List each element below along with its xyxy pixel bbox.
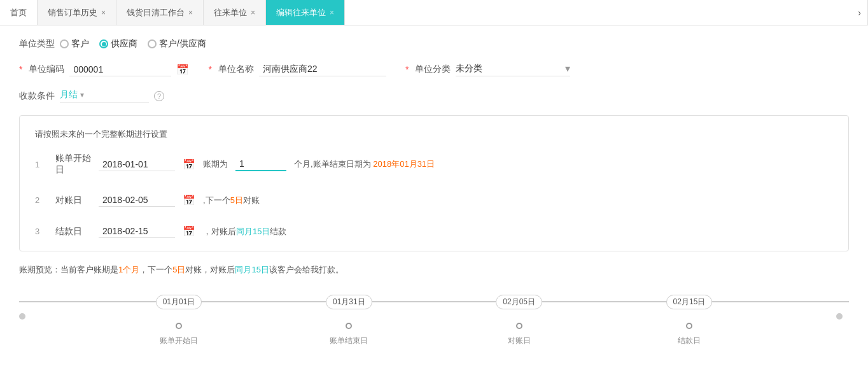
period-num-2: 2 <box>35 195 48 205</box>
timeline-dot-3 <box>686 323 692 329</box>
unit-name-group: * 单位名称 <box>208 63 386 76</box>
timeline-label-0: 账单开始日 <box>160 335 198 346</box>
payment-terms-dropdown[interactable]: 月结 ▾ <box>60 89 149 102</box>
tab-edit-contact[interactable]: 编辑往来单位 × <box>266 0 345 25</box>
tab-sales-history-close[interactable]: × <box>101 8 106 17</box>
tab-cashflow[interactable]: 钱货日清工作台 × <box>116 0 204 25</box>
period-num-3: 3 <box>35 227 48 236</box>
unit-name-required: * <box>208 64 211 74</box>
timeline-date-2: 02月05日 <box>496 295 542 309</box>
unit-code-calendar-icon[interactable]: 📅 <box>176 64 189 76</box>
timeline-point-3: 02月15日 结款日 <box>666 295 713 346</box>
tab-expand-button[interactable]: › <box>851 0 868 25</box>
payment-terms-help-icon[interactable]: ? <box>154 91 164 101</box>
period-row-3: 3 结款日 📅 ，对账后同月15日结款 <box>35 225 833 238</box>
period-reconcile-date-input[interactable] <box>99 194 175 207</box>
period-label-2: 对账日 <box>55 195 91 206</box>
timeline-point-2: 02月05日 对账日 <box>496 295 542 346</box>
unit-category-dropdown[interactable]: 未分类 ▾ <box>456 62 570 76</box>
radio-supplier[interactable]: 供应商 <box>99 38 137 50</box>
period-end-date-highlight: 2018年01月31日 <box>373 159 435 169</box>
timeline-dot-1 <box>346 323 352 329</box>
period-months-suffix: 个月,账单结束日期为 2018年01月31日 <box>294 158 435 170</box>
unit-type-label: 单位类型 <box>19 38 55 50</box>
timeline-date-3: 02月15日 <box>666 295 713 309</box>
period-payment-highlight: 同月15日 <box>236 227 270 236</box>
main-content: 单位类型 客户 供应商 客户/供应商 * 单位编码 <box>0 25 868 387</box>
unit-type-radio-group: 客户 供应商 客户/供应商 <box>60 38 206 50</box>
timeline: 01月01日 账单开始日 01月31日 账单结束日 02月05日 对账日 02月… <box>19 288 849 353</box>
timeline-points: 01月01日 账单开始日 01月31日 账单结束日 02月05日 对账日 02月… <box>19 295 849 346</box>
period-start-date-input[interactable] <box>99 158 175 171</box>
unit-category-required: * <box>405 64 409 74</box>
unit-category-value: 未分类 <box>456 63 563 74</box>
unit-category-arrow-icon: ▾ <box>565 62 570 74</box>
tab-edit-contact-label: 编辑往来单位 <box>276 7 326 18</box>
radio-customer[interactable]: 客户 <box>60 38 89 50</box>
tab-sales-history[interactable]: 销售订单历史 × <box>38 0 116 25</box>
payment-terms-group: 收款条件 月结 ▾ ? <box>19 89 164 102</box>
period-label-1: 账单开始日 <box>55 153 91 176</box>
radio-customer-circle <box>60 39 69 48</box>
tab-bar: 首页 销售订单历史 × 钱货日清工作台 × 往来单位 × 编辑往来单位 × › <box>0 0 868 25</box>
tab-sales-history-label: 销售订单历史 <box>48 7 97 18</box>
period-payment-desc: ，对账后同月15日结款 <box>203 226 286 237</box>
unit-name-label: 单位名称 <box>218 64 254 75</box>
period-payment-calendar-icon[interactable]: 📅 <box>183 225 195 237</box>
unit-code-label: 单位编码 <box>29 64 64 75</box>
preview-day: 5日 <box>172 265 185 274</box>
payment-terms-arrow-icon: ▾ <box>80 90 84 99</box>
timeline-label-3: 结款日 <box>678 335 701 346</box>
period-months-input[interactable] <box>235 157 286 171</box>
payment-terms-label: 收款条件 <box>19 90 55 102</box>
radio-customer-label: 客户 <box>71 38 89 50</box>
unit-code-group: * 单位编码 📅 <box>19 63 189 76</box>
payment-terms-value: 月结 <box>60 89 78 101</box>
timeline-right-endpoint <box>836 313 843 320</box>
payment-terms-row: 收款条件 月结 ▾ ? <box>19 89 849 102</box>
period-label-3: 结款日 <box>55 226 91 237</box>
unit-category-group: * 单位分类 未分类 ▾ <box>405 62 570 76</box>
preview-text: 账期预览：当前客户账期是1个月，下一个5日对账，对账后同月15日该客户会给我打款… <box>19 264 849 276</box>
timeline-label-1: 账单结束日 <box>330 335 368 346</box>
radio-both-circle <box>148 39 157 48</box>
unit-name-input[interactable] <box>259 63 386 76</box>
timeline-date-0: 01月01日 <box>156 295 202 309</box>
unit-code-required: * <box>19 64 22 74</box>
unit-category-label: 单位分类 <box>415 64 451 75</box>
timeline-left-endpoint <box>19 313 25 320</box>
period-row-1: 1 账单开始日 📅 账期为 个月,账单结束日期为 2018年01月31日 <box>35 153 833 176</box>
preview-payment-day: 同月15日 <box>235 265 269 274</box>
period-row-2: 2 对账日 📅 ,下一个5日对账 <box>35 194 833 207</box>
tab-home-label: 首页 <box>10 7 27 18</box>
period-settings-title: 请按照未来的一个完整帐期进行设置 <box>35 129 833 140</box>
radio-both[interactable]: 客户/供应商 <box>148 38 206 50</box>
period-start-calendar-icon[interactable]: 📅 <box>183 158 195 171</box>
period-payment-date-input[interactable] <box>99 225 175 238</box>
radio-supplier-label: 供应商 <box>111 38 137 50</box>
period-num-1: 1 <box>35 160 48 169</box>
preview-months: 1个月 <box>118 265 139 274</box>
unit-code-input[interactable] <box>69 63 171 76</box>
timeline-dot-0 <box>176 323 182 329</box>
timeline-label-2: 对账日 <box>508 335 531 346</box>
expand-icon: › <box>858 8 861 18</box>
tab-edit-contact-close[interactable]: × <box>330 8 334 17</box>
timeline-point-1: 01月31日 账单结束日 <box>326 295 372 346</box>
unit-type-row: 单位类型 客户 供应商 客户/供应商 <box>19 38 849 50</box>
tab-contacts-close[interactable]: × <box>251 8 255 17</box>
tab-cashflow-close[interactable]: × <box>188 8 193 17</box>
period-reconcile-highlight: 5日 <box>230 195 243 205</box>
period-reconcile-calendar-icon[interactable]: 📅 <box>183 194 195 206</box>
unit-info-row: * 单位编码 📅 * 单位名称 * 单位分类 未分类 ▾ <box>19 62 849 76</box>
tab-home[interactable]: 首页 <box>0 0 38 25</box>
period-settings-box: 请按照未来的一个完整帐期进行设置 1 账单开始日 📅 账期为 个月,账单结束日期… <box>19 115 849 251</box>
period-reconcile-desc: ,下一个5日对账 <box>203 195 260 206</box>
unit-type-group: 单位类型 客户 供应商 客户/供应商 <box>19 38 206 50</box>
tab-cashflow-label: 钱货日清工作台 <box>127 7 185 18</box>
timeline-dot-2 <box>516 323 522 329</box>
radio-both-label: 客户/供应商 <box>159 38 206 50</box>
tab-contacts-label: 往来单位 <box>214 7 247 18</box>
timeline-date-1: 01月31日 <box>326 295 372 309</box>
tab-contacts[interactable]: 往来单位 × <box>204 0 266 25</box>
